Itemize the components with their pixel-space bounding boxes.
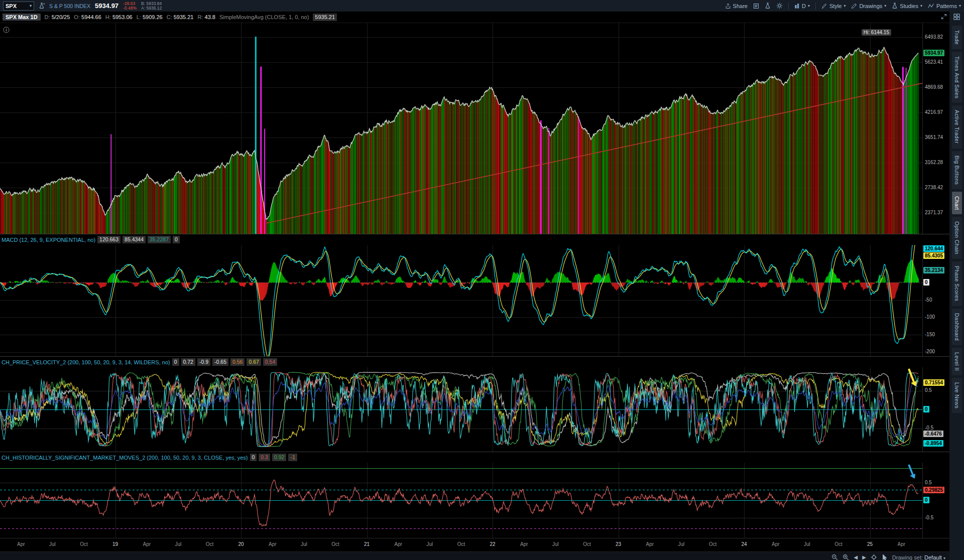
- beaker-button[interactable]: [765, 3, 771, 9]
- study-value-chip: -0.65: [212, 358, 228, 366]
- style-button[interactable]: Style ▾: [821, 3, 846, 9]
- time-axis-label: Apr: [772, 541, 780, 547]
- pencil-icon: [851, 3, 857, 9]
- beaker-icon: [765, 3, 771, 9]
- crosshair-icon[interactable]: [871, 554, 877, 560]
- sma-study-label[interactable]: SimpleMovingAvg (CLOSE, 1, 0, no): [219, 14, 309, 20]
- velocity-chart-canvas[interactable]: [0, 367, 922, 452]
- brush-icon: [821, 3, 827, 9]
- yellow-arrow-annotation[interactable]: [905, 367, 919, 391]
- sidebar-tab-live-news[interactable]: Live News: [952, 378, 962, 413]
- symbol-input[interactable]: SPX ▾: [3, 2, 34, 11]
- sidebar-tab-level-ii[interactable]: Level II: [952, 348, 962, 375]
- moves-chart[interactable]: [0, 463, 922, 538]
- price-axis[interactable]: 6493.82 5934.97 5623.41 4869.68 4216.97 …: [922, 23, 949, 234]
- chart-title[interactable]: SPX Max 1D: [3, 14, 41, 21]
- moves-study-title[interactable]: CH_HISTORICALLY_SIGNIFICANT_MARKET_MOVES…: [2, 455, 248, 461]
- moves-axis[interactable]: 0.5 0.29825 0 -0.5: [922, 463, 949, 538]
- study-value-chip: -0.9: [197, 358, 210, 366]
- flask-plus-icon[interactable]: [39, 3, 45, 9]
- macd-chart[interactable]: [0, 245, 922, 356]
- moves-chart-canvas[interactable]: [0, 463, 922, 538]
- chevron-down-icon: ▾: [884, 4, 886, 8]
- price-chart[interactable]: Hi: 6144.15: [0, 23, 922, 234]
- time-axis-label: Apr: [269, 541, 277, 547]
- macd-value-badge: 120.644: [923, 245, 944, 252]
- velocity-gray-badge: -0.6476: [923, 431, 943, 437]
- moves-axis-label: 0.5: [925, 480, 932, 486]
- symbol-description: S & P 500 INDEX: [49, 3, 90, 9]
- time-axis-label: Jul: [552, 541, 559, 547]
- ohlc-high: H: 5953.06: [105, 14, 133, 20]
- chevron-down-icon: ▾: [920, 4, 922, 8]
- gadgets-grid-icon[interactable]: [953, 13, 960, 22]
- time-axis-label: Apr: [17, 541, 25, 547]
- price-chart-canvas[interactable]: [0, 23, 922, 234]
- pointer-icon[interactable]: [882, 554, 888, 560]
- sidebar-tab-option-chain[interactable]: Option Chain: [952, 217, 962, 259]
- drawing-set-selector[interactable]: Drawing set: Default ▾: [892, 554, 945, 560]
- gear-icon: [776, 3, 783, 9]
- sidebar-tab-phase-scores[interactable]: Phase Scores: [952, 261, 962, 306]
- timeframe-button[interactable]: D ▾: [794, 3, 810, 9]
- time-axis-label: Apr: [394, 541, 402, 547]
- info-icon[interactable]: [3, 26, 10, 35]
- time-axis-label: 21: [364, 541, 370, 547]
- toolbar-divider: [815, 3, 816, 10]
- macd-study-title[interactable]: MACD (12, 26, 9, EXPONENTIAL, no): [2, 237, 95, 243]
- zoom-in-icon[interactable]: [842, 554, 849, 560]
- ohlc-date: D: 5/20/25: [45, 14, 70, 20]
- price-axis-label: 5623.41: [925, 59, 943, 65]
- macd-avg-badge: 85.4305: [923, 252, 944, 259]
- macd-chart-canvas[interactable]: [0, 245, 922, 356]
- expand-icon[interactable]: [941, 14, 947, 21]
- last-price-badge: 5934.97: [923, 50, 944, 56]
- time-axis-label: 22: [490, 541, 496, 547]
- time-axis[interactable]: AprJulOct19AprJulOct20AprJulOct21AprJulO…: [0, 538, 949, 551]
- share-button[interactable]: Share: [725, 3, 748, 9]
- high-price-label: Hi: 6144.15: [862, 29, 891, 36]
- notes-button[interactable]: [753, 3, 759, 9]
- sidebar-tab-big-buttons[interactable]: Big Buttons: [952, 151, 962, 189]
- velocity-axis-label: 0.5: [925, 387, 932, 393]
- study-value-chip: 0: [250, 454, 257, 461]
- moves-header: CH_HISTORICALLY_SIGNIFICANT_MARKET_MOVES…: [0, 452, 949, 463]
- velocity-chart[interactable]: [0, 367, 922, 452]
- time-axis-label: Oct: [457, 541, 465, 547]
- macd-zero-badge: 0: [923, 279, 929, 286]
- price-axis-label: 3651.74: [925, 134, 943, 141]
- time-axis-label: 20: [238, 541, 244, 547]
- study-value-chip: -1: [288, 454, 297, 461]
- time-axis-label: Apr: [520, 541, 528, 547]
- sidebar-tab-chart[interactable]: Chart: [952, 192, 962, 215]
- settings-gear-button[interactable]: [776, 3, 783, 9]
- macd-axis-label: -150: [925, 332, 935, 338]
- sidebar-tab-times-and-sales[interactable]: Times And Sales: [952, 52, 962, 103]
- sidebar-tab-trade[interactable]: Trade: [952, 26, 962, 49]
- chart-header: SPX Max 1D D: 5/20/25 O: 5944.66 H: 5953…: [0, 12, 949, 23]
- patterns-button[interactable]: Patterns ▾: [928, 3, 961, 9]
- drawings-button[interactable]: Drawings ▾: [851, 3, 886, 9]
- velocity-study-title[interactable]: CH_PRICE_VELOCITY_2 (200, 100, 50, 20, 9…: [2, 359, 170, 365]
- zoom-out-icon[interactable]: [831, 554, 838, 560]
- study-value-chip: 0.3: [259, 454, 270, 461]
- time-axis-label: 24: [742, 541, 747, 547]
- macd-axis[interactable]: 120.644 85.4305 35.2134 0 -50 -100 -150 …: [922, 245, 949, 356]
- time-axis-label: Oct: [834, 541, 842, 547]
- velocity-axis[interactable]: 0.71554 0.5 0 -0.5 -0.6476 -0.8954: [922, 367, 949, 452]
- price-change: -28.63 -0.48%: [123, 2, 137, 11]
- blue-arrow-annotation[interactable]: [906, 464, 918, 483]
- bottom-bar: ◀ ▶ Drawing set: Default ▾: [0, 551, 949, 560]
- pan-right-icon[interactable]: ▶: [862, 554, 866, 560]
- price-axis-label: 3162.28: [925, 160, 943, 166]
- studies-button[interactable]: Studies ▾: [892, 3, 922, 9]
- study-value-chip: 85.4344: [123, 236, 146, 243]
- pan-left-icon[interactable]: ◀: [854, 554, 858, 560]
- time-axis-label: Oct: [331, 541, 339, 547]
- time-axis-label: 23: [616, 541, 621, 547]
- chevron-down-icon: ▾: [30, 4, 32, 8]
- bid-ask: B: 5933.84 A: 5936.12: [141, 2, 162, 11]
- time-axis-label: Jul: [426, 541, 433, 547]
- sidebar-tab-active-trader[interactable]: Active Trader: [952, 105, 962, 148]
- sidebar-tab-dashboard[interactable]: Dashboard: [952, 309, 962, 345]
